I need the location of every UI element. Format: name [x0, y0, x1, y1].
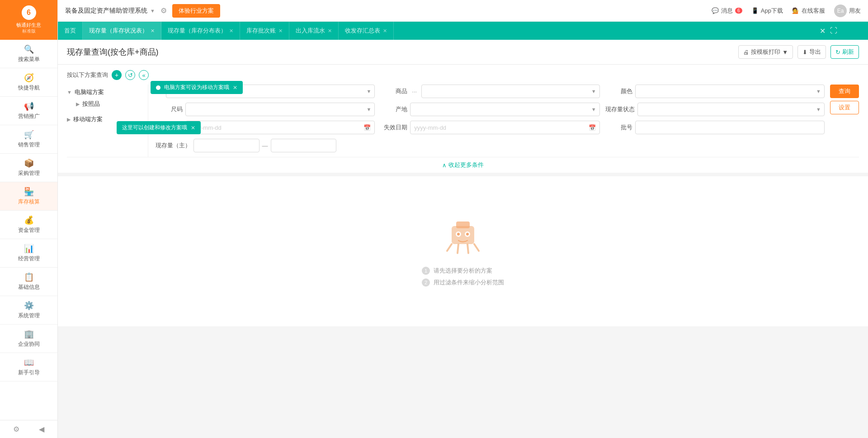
sidebar-item-label: 销售管理: [18, 141, 40, 149]
online-support-btn[interactable]: 💁 在线客服: [792, 7, 825, 15]
messages-btn[interactable]: 💬 消息 6: [712, 7, 742, 15]
export-icon: ⬇: [802, 49, 807, 56]
sidebar-item-label: 企业协同: [18, 340, 40, 348]
user-label: 用友: [849, 7, 861, 15]
sidebar-item-enterprise[interactable]: 🏢 企业协同: [0, 325, 57, 353]
search-menu-icon: 🔍: [24, 44, 34, 54]
step-2-num: 2: [422, 278, 430, 287]
header-settings-icon[interactable]: ⚙: [160, 6, 167, 15]
tooltip-pc: 电脑方案可设为移动方案哦 ✕: [151, 81, 243, 94]
experience-btn[interactable]: 体验行业方案: [172, 4, 220, 18]
tab-inventory-dist[interactable]: 现存量（库存分布表） ✕: [161, 22, 240, 40]
filter-buttons: 查询 设置: [830, 85, 859, 114]
filter-fields-grid: ··· ▼ 商品 ···: [156, 85, 825, 157]
svg-line-8: [458, 244, 458, 253]
svg-point-4: [457, 233, 460, 235]
empty-step-2: 2 用过滤条件来缩小分析范围: [422, 278, 504, 287]
sidebar-item-inventory[interactable]: 🏪 库存核算: [0, 182, 57, 211]
main-area: 装备及固定资产辅助管理系统 ▼ ⚙ 体验行业方案 💬 消息 6 📱 App下载 …: [58, 0, 868, 438]
app-download-btn[interactable]: 📱 App下载: [751, 7, 783, 15]
print-icon: 🖨: [743, 49, 749, 56]
tab-collect-summary[interactable]: 收发存汇总表 ✕: [339, 22, 394, 40]
page-header: 现存量查询(按仓库+商品) 🖨 按模板打印 ▼ ⬇ 导出 ↻ 刷新: [58, 40, 868, 65]
refresh-btn[interactable]: ↻ 刷新: [830, 45, 859, 59]
stock-main-to[interactable]: [271, 139, 337, 152]
color-label: 颜色: [605, 87, 632, 95]
marketing-icon: 📢: [24, 101, 34, 111]
goods-select[interactable]: [421, 85, 599, 98]
sidebar-collapse-btn[interactable]: ◀: [39, 425, 44, 433]
tooltip-modify-close[interactable]: ✕: [191, 125, 195, 131]
sidebar: 6 畅通好生意 标准版 🔍 搜索菜单 🧭 快捷导航 📢 营销推广 🛒 销售管理 …: [0, 0, 58, 438]
print-btn[interactable]: 🖨 按模板打印 ▼: [738, 45, 793, 59]
filter-scheme-tree: ▼ 电脑端方案 ▶ 按照品 ▶ 移动端方案: [67, 85, 148, 157]
collapse-arrow-icon: ∧: [442, 162, 447, 169]
tab-inventory-dist-close[interactable]: ✕: [229, 28, 233, 34]
tab-inventory-batch-close[interactable]: ✕: [278, 28, 283, 34]
tab-inventory-status[interactable]: 现存量（库存状况表） ✕: [83, 22, 161, 40]
filter-title: 按以下方案查询: [67, 71, 108, 79]
sidebar-logo: 6 畅通好生意 标准版: [0, 0, 57, 40]
tab-close-all-icon[interactable]: ✕: [820, 27, 826, 35]
filter-add-btn[interactable]: +: [112, 70, 122, 80]
tab-inventory-batch[interactable]: 库存批次账 ✕: [240, 22, 289, 40]
scheme-tree-pc-arrow: ▼: [67, 89, 72, 95]
tab-collect-summary-close[interactable]: ✕: [383, 28, 387, 34]
messages-badge: 6: [735, 8, 742, 14]
tooltip-pc-close[interactable]: ✕: [233, 85, 237, 91]
filter-field-stock-status: 现存量状态 ▼: [605, 103, 825, 116]
sidebar-item-sales[interactable]: 🛒 销售管理: [0, 125, 57, 154]
step-1-text: 请先选择要分析的方案: [434, 267, 492, 275]
sidebar-item-system[interactable]: ⚙️ 系统管理: [0, 296, 57, 325]
reset-btn[interactable]: 设置: [830, 101, 859, 114]
filter-row-1: ··· ▼ 商品 ···: [156, 85, 825, 98]
quick-nav-icon: 🧭: [24, 73, 34, 83]
system-name: 装备及固定资产辅助管理系统: [65, 7, 147, 15]
batch-no-input[interactable]: [635, 121, 825, 134]
stock-main-from[interactable]: [193, 139, 259, 152]
collapse-label: 收起更多条件: [448, 161, 484, 169]
collapse-btn[interactable]: ∧ 收起更多条件: [67, 157, 859, 173]
tab-home[interactable]: 首页: [58, 22, 83, 40]
origin-select[interactable]: [410, 103, 599, 116]
color-select[interactable]: [635, 85, 825, 98]
system-name-dropdown-icon[interactable]: ▼: [150, 8, 155, 14]
tab-inout-flow-close[interactable]: ✕: [328, 28, 332, 34]
system-icon: ⚙️: [24, 301, 34, 311]
sidebar-item-basic-info[interactable]: 📋 基础信息: [0, 268, 57, 296]
tab-fullscreen-icon[interactable]: ⛶: [830, 27, 837, 35]
tab-inout-flow[interactable]: 出入库流水 ✕: [289, 22, 339, 40]
stock-status-label: 现存量状态: [605, 105, 635, 113]
tab-collect-summary-label: 收发存汇总表: [345, 27, 380, 35]
scheme-tree-pc-child-1[interactable]: ▶ 按照品: [76, 98, 143, 110]
sidebar-item-marketing[interactable]: 📢 营销推广: [0, 97, 57, 125]
expiry-date-input[interactable]: yyyy-mm-dd 📅: [410, 121, 599, 134]
size-select[interactable]: [185, 103, 375, 116]
export-btn[interactable]: ⬇ 导出: [797, 45, 826, 59]
sidebar-settings-btn[interactable]: ⚙: [13, 425, 19, 433]
sidebar-item-guide[interactable]: 📖 新手引导: [0, 353, 57, 381]
goods-label: 商品: [380, 87, 407, 95]
prod-date-input[interactable]: yyyy-mm-dd 📅: [185, 121, 375, 134]
sidebar-item-quick-nav[interactable]: 🧭 快捷导航: [0, 68, 57, 97]
enterprise-icon: 🏢: [24, 329, 34, 339]
filter-refresh-btn[interactable]: ↺: [125, 70, 135, 80]
sidebar-item-search-menu[interactable]: 🔍 搜索菜单: [0, 40, 57, 68]
stock-status-select[interactable]: [637, 103, 825, 116]
sidebar-item-purchase[interactable]: 📦 采购管理: [0, 154, 57, 182]
sidebar-item-finance[interactable]: 💰 资金管理: [0, 211, 57, 239]
sidebar-item-operations[interactable]: 📊 经营管理: [0, 239, 57, 268]
query-btn[interactable]: 查询: [830, 85, 859, 98]
user-btn[interactable]: Ea 用友: [834, 5, 861, 17]
filter-field-batch-no: 批号: [605, 121, 825, 134]
online-support-label: 在线客服: [802, 7, 825, 15]
scheme-tree-pc-child-label: 按照品: [82, 100, 100, 108]
tab-inventory-status-close[interactable]: ✕: [151, 28, 155, 34]
scheme-tree-pc[interactable]: ▼ 电脑端方案: [67, 86, 143, 98]
origin-label: 产地: [380, 105, 407, 113]
goods-dots[interactable]: ···: [410, 88, 419, 95]
logo-text: 畅通好生意: [16, 22, 41, 28]
tab-inventory-dist-label: 现存量（库存分布表）: [168, 27, 226, 35]
expiry-date-placeholder: yyyy-mm-dd: [414, 124, 446, 131]
filter-arrow-btn[interactable]: «: [139, 70, 149, 80]
